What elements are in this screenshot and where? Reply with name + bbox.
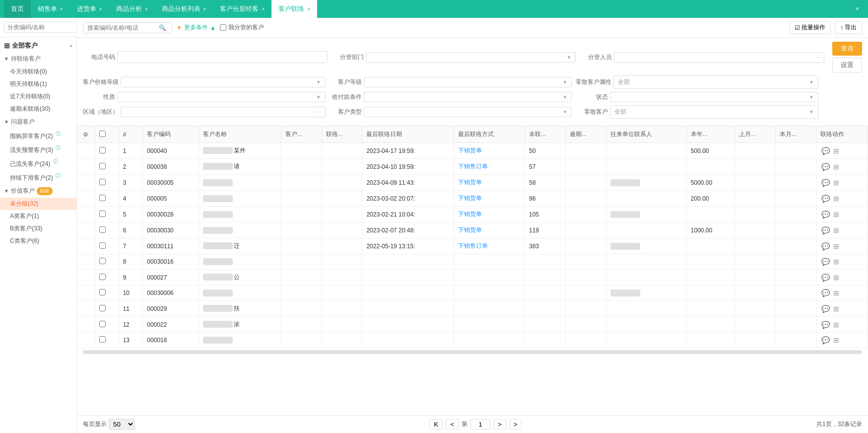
sidebar-item-class-b[interactable]: B类客户(33) bbox=[0, 222, 76, 235]
search-input[interactable] bbox=[87, 24, 157, 31]
payment-select[interactable]: ▼ bbox=[364, 92, 572, 102]
tab-goods-analysis-close[interactable]: × bbox=[145, 6, 148, 12]
sidebar-item-churned[interactable]: 已流失客户(24) ⓘ bbox=[0, 156, 76, 170]
chat-icon[interactable]: 💬 bbox=[821, 163, 830, 171]
row-checkbox[interactable] bbox=[99, 226, 106, 233]
search-icon[interactable]: 🔍 bbox=[159, 24, 166, 31]
method-link[interactable]: 下销货单 bbox=[458, 147, 482, 154]
my-customers-checkbox[interactable] bbox=[220, 24, 226, 31]
sidebar-item-ungrouped[interactable]: 未分组(32) bbox=[0, 198, 76, 210]
apps-icon[interactable]: ⊞ bbox=[833, 147, 839, 155]
row-checkbox[interactable] bbox=[99, 195, 106, 201]
chat-icon[interactable]: 💬 bbox=[821, 258, 830, 266]
sidebar-item-churn-warning[interactable]: 流失预警客户(3) ⓘ bbox=[0, 143, 76, 156]
prev-page-btn[interactable]: < bbox=[446, 419, 459, 430]
apps-icon[interactable]: ⊞ bbox=[833, 305, 839, 313]
row-checkbox[interactable] bbox=[99, 179, 106, 185]
batch-ops-button[interactable]: ☑ 批量操作 bbox=[789, 21, 831, 34]
last-page-btn[interactable]: > bbox=[509, 419, 522, 430]
select-all-checkbox[interactable] bbox=[99, 131, 106, 137]
row-checkbox[interactable] bbox=[99, 274, 106, 280]
my-customers-checkbox-label[interactable]: 我分管的客户 bbox=[220, 23, 264, 32]
next-page-btn[interactable]: > bbox=[493, 419, 506, 430]
apps-icon[interactable]: ⊞ bbox=[833, 258, 839, 266]
sidebar-group-problem[interactable]: ▼ 问题客户 bbox=[0, 115, 76, 129]
first-page-btn[interactable]: K bbox=[429, 419, 443, 430]
apps-icon[interactable]: ⊞ bbox=[833, 211, 839, 218]
tab-goods-analysis[interactable]: 商品分析 × bbox=[109, 0, 155, 18]
row-checkbox[interactable] bbox=[99, 336, 106, 343]
status-select[interactable]: ▼ bbox=[610, 92, 818, 102]
tab-sales-close[interactable]: × bbox=[60, 6, 63, 12]
tab-goods-list[interactable]: 商品分析列表 × bbox=[155, 0, 213, 18]
chat-icon[interactable]: 💬 bbox=[821, 226, 830, 234]
region-select[interactable]: ··· bbox=[121, 107, 326, 117]
row-checkbox[interactable] bbox=[99, 163, 106, 169]
sidebar-item-tomorrow-pending[interactable]: 明天待联络(1) bbox=[0, 78, 76, 90]
tab-home[interactable]: 首页 bbox=[4, 0, 31, 18]
method-link[interactable]: 下销货单 bbox=[458, 195, 482, 202]
method-link[interactable]: 下销售订单 bbox=[458, 163, 488, 170]
sidebar-item-overdue-pending[interactable]: 逾期未联络(30) bbox=[0, 103, 76, 115]
more-conditions-btn[interactable]: ▼ 更多条件 ▲ bbox=[176, 23, 216, 32]
page-input[interactable] bbox=[470, 419, 490, 430]
export-button[interactable]: ↑ 导出 bbox=[835, 21, 862, 34]
collapse-icon[interactable]: « bbox=[69, 43, 72, 49]
method-link[interactable]: 下销货单 bbox=[458, 179, 482, 186]
retail-customer-select[interactable]: 全部 ▼ bbox=[610, 105, 818, 119]
apps-icon[interactable]: ⊞ bbox=[833, 195, 839, 203]
sidebar-item-declining[interactable]: 持续下滑客户(2) ⓘ bbox=[0, 170, 76, 184]
row-checkbox[interactable] bbox=[99, 242, 106, 249]
tab-sales[interactable]: 销售单 × bbox=[31, 0, 70, 18]
apps-icon[interactable]: ⊞ bbox=[833, 179, 839, 187]
row-checkbox[interactable] bbox=[99, 321, 106, 327]
tab-customer-contact-close[interactable]: × bbox=[307, 6, 310, 12]
method-link[interactable]: 下销货单 bbox=[458, 226, 482, 233]
row-checkbox[interactable] bbox=[99, 258, 106, 264]
apps-icon[interactable]: ⊞ bbox=[833, 242, 839, 250]
sidebar-group-pending-contact[interactable]: ▼ 待联络客户 bbox=[0, 52, 76, 66]
apps-icon[interactable]: ⊞ bbox=[833, 321, 839, 329]
horizontal-scrollbar[interactable] bbox=[83, 350, 862, 354]
method-link[interactable]: 下销售订单 bbox=[458, 242, 488, 249]
chat-icon[interactable]: 💬 bbox=[821, 147, 830, 155]
phone-input[interactable] bbox=[117, 51, 328, 63]
row-checkbox[interactable] bbox=[99, 147, 106, 153]
customer-level-select[interactable]: ▼ bbox=[364, 77, 572, 87]
chat-icon[interactable]: 💬 bbox=[821, 242, 830, 250]
apps-icon[interactable]: ⊞ bbox=[833, 336, 839, 344]
apps-icon[interactable]: ⊞ bbox=[833, 226, 839, 234]
sidebar-item-class-c[interactable]: C类客户(6) bbox=[0, 235, 76, 247]
chat-icon[interactable]: 💬 bbox=[821, 336, 830, 344]
sidebar-group-value[interactable]: ▼ 价值客户 刷新 bbox=[0, 184, 76, 198]
gear-icon[interactable]: ⚙ bbox=[81, 130, 90, 139]
retail-attr-select[interactable]: 全部 ▼ bbox=[613, 75, 818, 89]
apps-icon[interactable]: ⊞ bbox=[833, 289, 839, 297]
tab-customer-layer[interactable]: 客户分层经客 × bbox=[213, 0, 271, 18]
tab-customer-layer-close[interactable]: × bbox=[262, 6, 265, 12]
apps-icon[interactable]: ⊞ bbox=[833, 163, 839, 171]
gender-select[interactable]: ▼ bbox=[117, 92, 326, 102]
row-checkbox[interactable] bbox=[99, 211, 106, 217]
sidebar-item-class-a[interactable]: A类客户(1) bbox=[0, 210, 76, 222]
nav-close-btn[interactable]: × bbox=[851, 5, 864, 12]
sidebar-item-7days-pending[interactable]: 近7天待联络(0) bbox=[0, 90, 76, 103]
sidebar-item-hoarding-abnormal[interactable]: 囤购异常客户(2) ⓘ bbox=[0, 129, 76, 143]
per-page-select[interactable]: 50 100 200 bbox=[109, 419, 135, 430]
dept-select[interactable]: ▼ bbox=[366, 52, 576, 63]
chat-icon[interactable]: 💬 bbox=[821, 211, 830, 218]
tab-customer-contact[interactable]: 客户联络 × bbox=[271, 0, 317, 18]
tab-purchase[interactable]: 进货单 × bbox=[70, 0, 109, 18]
price-level-select[interactable]: ▼ bbox=[121, 77, 326, 87]
row-checkbox[interactable] bbox=[99, 305, 106, 311]
apps-icon[interactable]: ⊞ bbox=[833, 274, 839, 282]
method-link[interactable]: 下销货单 bbox=[458, 211, 482, 217]
staff-select[interactable]: ··· bbox=[614, 52, 824, 63]
customer-type-select[interactable]: ▼ bbox=[364, 107, 572, 117]
chat-icon[interactable]: 💬 bbox=[821, 305, 830, 313]
row-checkbox[interactable] bbox=[99, 289, 106, 295]
chat-icon[interactable]: 💬 bbox=[821, 321, 830, 329]
tab-purchase-close[interactable]: × bbox=[99, 6, 102, 12]
chat-icon[interactable]: 💬 bbox=[821, 195, 830, 203]
sidebar-item-today-pending[interactable]: 今天待联络(0) bbox=[0, 66, 76, 78]
